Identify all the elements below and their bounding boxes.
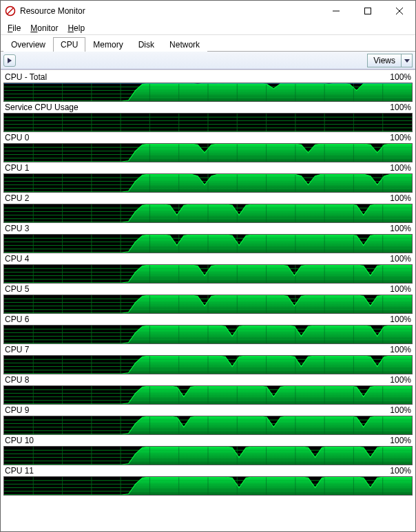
graph-max: 100% — [390, 375, 411, 385]
graph-label: CPU 9 — [5, 405, 29, 415]
graph-chart — [3, 143, 413, 162]
graph-row: CPU 10100% — [3, 435, 413, 465]
graph-header: CPU 2100% — [3, 193, 413, 204]
graph-chart — [3, 446, 413, 465]
graph-chart — [3, 416, 413, 435]
graph-label: CPU 3 — [5, 224, 29, 233]
tab-disk[interactable]: Disk — [131, 37, 162, 52]
tabs: Overview CPU Memory Disk Network — [1, 35, 415, 52]
graph-row: CPU 2100% — [3, 193, 413, 223]
views-label: Views — [368, 56, 401, 65]
graph-max: 100% — [390, 133, 411, 142]
graph-row: CPU 9100% — [3, 405, 413, 435]
graph-row: CPU 0100% — [3, 132, 413, 162]
menubar: File Monitor Help — [1, 21, 415, 35]
graph-max: 100% — [390, 284, 411, 294]
graph-label: CPU 4 — [5, 254, 29, 264]
graph-chart — [3, 113, 413, 132]
graph-max: 100% — [390, 103, 411, 112]
graph-row: CPU 4100% — [3, 253, 413, 284]
graph-max: 100% — [390, 315, 411, 324]
graph-label: CPU 11 — [5, 466, 34, 476]
menu-file-rest: ile — [12, 23, 21, 33]
graph-label: CPU 1 — [5, 163, 29, 173]
graph-chart — [3, 355, 413, 374]
tab-cpu[interactable]: CPU — [53, 37, 85, 52]
graphs-container: CPU - Total100%Service CPU Usage100%CPU … — [1, 70, 415, 531]
graph-label: CPU - Total — [5, 72, 47, 82]
tab-overview[interactable]: Overview — [3, 37, 53, 52]
graph-max: 100% — [390, 405, 411, 415]
tab-network[interactable]: Network — [162, 37, 207, 52]
graph-chart — [3, 204, 413, 223]
expand-button[interactable] — [3, 54, 16, 67]
graph-row: CPU 5100% — [3, 284, 413, 314]
graph-chart — [3, 295, 413, 314]
panel-strip: Views — [1, 52, 415, 70]
titlebar: Resource Monitor — [1, 1, 415, 21]
menu-monitor[interactable]: Monitor — [26, 22, 62, 34]
graph-max: 100% — [390, 345, 411, 354]
app-icon — [5, 6, 16, 17]
menu-help[interactable]: Help — [63, 22, 89, 34]
graph-header: CPU 7100% — [3, 344, 413, 355]
graph-header: CPU 5100% — [3, 284, 413, 295]
graph-label: CPU 7 — [5, 345, 29, 354]
graph-label: CPU 6 — [5, 315, 29, 324]
graph-chart — [3, 234, 413, 253]
minimize-button[interactable] — [320, 1, 352, 21]
graph-chart — [3, 476, 413, 496]
graph-max: 100% — [390, 163, 411, 173]
graph-row: CPU 8100% — [3, 374, 413, 405]
resource-monitor-window: Resource Monitor File Monitor Help Overv… — [0, 0, 416, 532]
graph-label: CPU 5 — [5, 284, 29, 294]
graph-label: CPU 2 — [5, 193, 29, 203]
graph-header: CPU 8100% — [3, 374, 413, 385]
graph-header: CPU 1100% — [3, 162, 413, 173]
svg-marker-7 — [404, 59, 410, 63]
graph-chart — [3, 264, 413, 284]
tab-memory[interactable]: Memory — [85, 37, 130, 52]
graph-chart — [3, 385, 413, 405]
graph-label: CPU 0 — [5, 133, 29, 142]
graph-header: Service CPU Usage100% — [3, 102, 413, 113]
views-button[interactable]: Views — [367, 54, 413, 67]
svg-marker-6 — [8, 58, 12, 63]
graph-header: CPU 9100% — [3, 405, 413, 416]
menu-file[interactable]: File — [3, 22, 25, 34]
graph-row: CPU - Total100% — [3, 72, 413, 102]
views-dropdown[interactable] — [401, 54, 412, 67]
graph-chart — [3, 83, 413, 102]
graph-header: CPU 4100% — [3, 253, 413, 264]
graph-header: CPU - Total100% — [3, 72, 413, 83]
svg-rect-3 — [365, 8, 371, 14]
graph-chart — [3, 173, 413, 193]
close-button[interactable] — [384, 1, 415, 21]
graph-row: CPU 11100% — [3, 465, 413, 496]
graph-header: CPU 11100% — [3, 465, 413, 476]
graph-row: CPU 3100% — [3, 223, 413, 253]
graph-max: 100% — [390, 72, 411, 82]
graph-header: CPU 6100% — [3, 314, 413, 325]
graph-row: CPU 1100% — [3, 162, 413, 193]
graph-label: Service CPU Usage — [5, 103, 79, 112]
graph-max: 100% — [390, 254, 411, 264]
chevron-right-icon — [7, 58, 12, 63]
graph-max: 100% — [390, 436, 411, 445]
chevron-down-icon — [404, 58, 410, 63]
graph-row: Service CPU Usage100% — [3, 102, 413, 132]
graph-header: CPU 3100% — [3, 223, 413, 234]
graph-header: CPU 0100% — [3, 132, 413, 143]
graph-row: CPU 6100% — [3, 314, 413, 344]
graph-max: 100% — [390, 466, 411, 476]
graph-header: CPU 10100% — [3, 435, 413, 446]
maximize-button[interactable] — [352, 1, 384, 21]
window-title: Resource Monitor — [20, 6, 85, 16]
graph-max: 100% — [390, 193, 411, 203]
graph-row: CPU 7100% — [3, 344, 413, 374]
graph-max: 100% — [390, 224, 411, 233]
graph-label: CPU 10 — [5, 436, 34, 445]
graph-label: CPU 8 — [5, 375, 29, 385]
graph-chart — [3, 325, 413, 344]
